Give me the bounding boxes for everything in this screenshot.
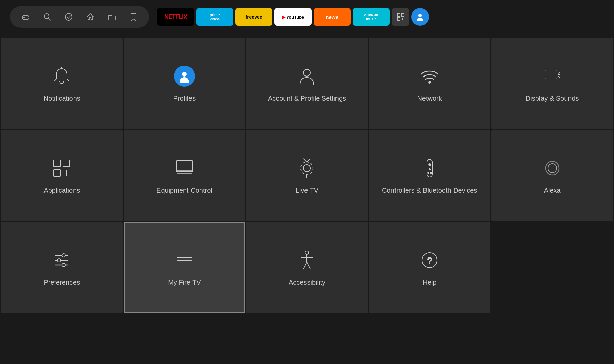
settings-grid: Notifications Profiles Account & Profile… <box>0 37 614 314</box>
svg-line-42 <box>307 159 310 162</box>
accessibility-tile[interactable]: Accessibility <box>246 222 368 313</box>
monitor-icon <box>173 156 196 180</box>
help-circle-icon: ? <box>418 248 441 272</box>
svg-point-45 <box>429 164 431 166</box>
svg-point-40 <box>301 162 313 174</box>
live-tv-label: Live TV <box>296 186 318 195</box>
display-sounds-tile[interactable]: Display & Sounds <box>491 38 613 129</box>
youtube-tile[interactable]: ▶YouTube <box>274 8 312 26</box>
account-profile-tile[interactable]: Account & Profile Settings <box>246 38 368 129</box>
svg-point-57 <box>62 263 65 267</box>
preferences-label: Preferences <box>43 278 80 287</box>
svg-rect-26 <box>54 170 60 176</box>
alexa-label: Alexa <box>544 186 561 195</box>
antenna-icon <box>295 156 319 180</box>
svg-rect-8 <box>397 13 400 16</box>
svg-rect-18 <box>545 70 557 79</box>
svg-point-15 <box>182 72 187 77</box>
svg-point-16 <box>303 69 310 76</box>
amazon-music-tile[interactable]: amazonmusic <box>353 8 390 26</box>
equipment-control-label: Equipment Control <box>156 186 212 195</box>
svg-point-13 <box>418 14 422 17</box>
svg-point-5 <box>44 14 49 19</box>
profile-avatar-icon <box>173 64 196 88</box>
network-label: Network <box>417 94 442 103</box>
controllers-bluetooth-tile[interactable]: Controllers & Bluetooth Devices <box>369 130 491 221</box>
help-label: Help <box>423 278 437 287</box>
account-profile-label: Account & Profile Settings <box>268 94 346 103</box>
svg-line-41 <box>303 159 307 162</box>
sliders-icon <box>50 248 74 272</box>
fire-tv-icon <box>173 248 196 272</box>
bell-icon <box>50 64 74 88</box>
top-navigation: NETFLIX primevideo freevee ▶YouTube news… <box>0 0 614 34</box>
svg-rect-10 <box>397 18 400 20</box>
apps-icon <box>50 156 74 180</box>
profiles-tile[interactable]: Profiles <box>124 38 245 129</box>
display-sounds-label: Display & Sounds <box>526 94 579 103</box>
folder-icon[interactable] <box>106 11 118 23</box>
network-tile[interactable]: Network <box>369 38 491 129</box>
svg-line-63 <box>303 262 307 269</box>
svg-rect-25 <box>63 160 70 167</box>
svg-rect-29 <box>176 161 193 172</box>
news-tile[interactable]: news <box>314 8 351 26</box>
equipment-control-tile[interactable]: Equipment Control <box>124 130 245 221</box>
profiles-label: Profiles <box>173 94 196 103</box>
svg-point-7 <box>65 13 72 20</box>
accessibility-label: Accessibility <box>289 278 325 287</box>
my-fire-tv-tile[interactable]: My Fire TV <box>124 222 245 313</box>
svg-line-23 <box>558 76 560 78</box>
search-icon[interactable] <box>41 11 53 23</box>
user-avatar-tile[interactable] <box>411 8 429 26</box>
check-circle-icon[interactable] <box>63 11 75 23</box>
my-fire-tv-label: My Fire TV <box>168 278 201 287</box>
netflix-tile[interactable]: NETFLIX <box>157 8 194 26</box>
notifications-label: Notifications <box>43 94 80 103</box>
monitor-volume-icon <box>540 64 564 88</box>
svg-line-21 <box>558 72 560 73</box>
svg-point-51 <box>548 164 557 173</box>
controllers-bluetooth-label: Controllers & Bluetooth Devices <box>382 186 477 195</box>
remote-icon <box>418 156 441 180</box>
wifi-icon <box>418 64 441 88</box>
nav-pill <box>10 6 149 28</box>
grid-tile[interactable] <box>392 8 409 26</box>
freevee-tile[interactable]: freevee <box>235 8 272 26</box>
live-tv-tile[interactable]: Live TV <box>246 130 368 221</box>
prime-video-tile[interactable]: primevideo <box>196 8 233 26</box>
svg-point-48 <box>428 172 429 174</box>
alexa-tile[interactable]: Alexa <box>491 130 613 221</box>
help-tile[interactable]: ? Help <box>369 222 491 313</box>
svg-text:?: ? <box>427 255 432 266</box>
svg-point-17 <box>429 81 431 83</box>
preferences-tile[interactable]: Preferences <box>1 222 123 313</box>
svg-rect-32 <box>177 174 192 177</box>
svg-point-55 <box>57 259 61 262</box>
app-tiles: NETFLIX primevideo freevee ▶YouTube news… <box>157 8 604 26</box>
svg-rect-9 <box>401 13 404 16</box>
svg-point-3 <box>27 17 27 17</box>
svg-point-60 <box>305 251 309 254</box>
home-icon[interactable] <box>84 11 96 23</box>
svg-point-4 <box>28 17 28 18</box>
svg-rect-24 <box>54 160 60 167</box>
svg-point-53 <box>62 254 65 257</box>
applications-label: Applications <box>43 186 80 195</box>
svg-line-6 <box>48 18 51 20</box>
svg-line-64 <box>307 262 310 269</box>
alexa-ring-icon <box>540 156 564 180</box>
accessibility-icon <box>295 248 319 272</box>
gamepad-icon[interactable] <box>20 11 32 23</box>
person-icon <box>295 64 319 88</box>
notifications-tile[interactable]: Notifications <box>1 38 123 129</box>
svg-point-49 <box>430 172 432 174</box>
bookmark-icon[interactable] <box>127 11 140 23</box>
applications-tile[interactable]: Applications <box>1 130 123 221</box>
svg-point-39 <box>303 165 310 172</box>
